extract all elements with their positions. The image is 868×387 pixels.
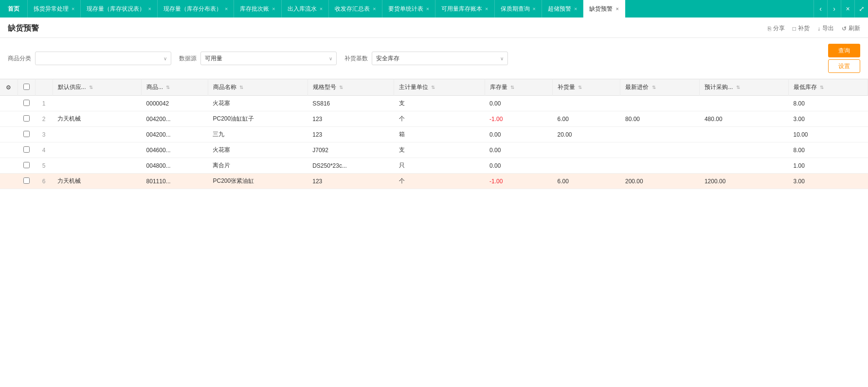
table-row: 5 004800... 离合片 DS250*23c... 只 0.00 1.00 (0, 158, 868, 174)
row-number: 1 (35, 96, 53, 111)
close-icon[interactable]: × (533, 6, 536, 12)
row-product-name: PC200油缸缸子 (208, 111, 307, 127)
tab-overstock[interactable]: 超储预警 × (542, 0, 583, 18)
close-icon[interactable]: × (485, 6, 488, 12)
sort-icon: ⇅ (431, 85, 435, 90)
row-unit: 支 (394, 96, 485, 111)
close-icon[interactable]: × (615, 6, 618, 12)
tab-home[interactable]: 首页 (0, 0, 28, 18)
share-icon: ⎘ (768, 25, 771, 32)
tab-avail[interactable]: 可用量库存账本 × (435, 0, 494, 18)
row-replenish-qty (552, 158, 620, 174)
sort-icon: ⇅ (239, 85, 243, 90)
tab-shortage[interactable]: 缺货预警 × (583, 0, 625, 18)
tab-inv2[interactable]: 现存量（库存分布表） × (158, 0, 234, 18)
replenish-button[interactable]: □ 补货 (793, 24, 810, 33)
th-spec[interactable]: 规格型号 ⇅ (307, 79, 394, 96)
row-checkbox-cell[interactable] (18, 96, 35, 111)
category-label: 商品分类 (8, 54, 31, 63)
close-icon[interactable]: × (225, 6, 228, 12)
category-select[interactable]: ∨ (35, 52, 171, 65)
replenish-base-select[interactable]: 安全库存 ∨ (372, 52, 508, 65)
close-icon[interactable]: × (272, 6, 275, 12)
chevron-down-icon: ∨ (163, 56, 167, 61)
select-all-checkbox[interactable] (23, 84, 30, 90)
row-checkbox[interactable] (23, 177, 30, 184)
row-latest-price (620, 142, 700, 158)
close-icon[interactable]: × (320, 6, 323, 12)
th-est-purchase[interactable]: 预计采购... ⇅ (700, 79, 789, 96)
row-min-stock: 8.00 (788, 142, 868, 158)
row-supplier (53, 158, 142, 174)
tab-close-all-button[interactable]: × (841, 0, 854, 18)
datasource-select-value: 可用量 (205, 54, 222, 63)
share-button[interactable]: ⎘ 分享 (768, 24, 785, 33)
tab-summary[interactable]: 收发存汇总表 × (329, 0, 382, 18)
shortage-table: ⚙ 默认供应... ⇅ 商品... ⇅ 商品名称 (0, 79, 868, 189)
category-filter-group: 商品分类 ∨ (8, 52, 171, 65)
row-latest-price: 200.00 (620, 174, 700, 189)
row-product-name: 火花塞 (208, 96, 307, 111)
th-replenish-qty[interactable]: 补货量 ⇅ (552, 79, 620, 96)
row-checkbox-cell[interactable] (18, 111, 35, 127)
filter-bar: 商品分类 ∨ 数据源 可用量 ∨ 补货基数 安全库存 ∨ 查询 设置 (0, 38, 868, 79)
row-checkbox[interactable] (23, 131, 30, 137)
th-stock[interactable]: 库存量 ⇅ (485, 79, 552, 96)
th-product-code[interactable]: 商品... ⇅ (142, 79, 208, 96)
datasource-select[interactable]: 可用量 ∨ (200, 52, 337, 65)
table-row: 2 力天机械 004200... PC200油缸缸子 123 个 -1.00 6… (0, 111, 868, 127)
tab-inv1[interactable]: 现存量（库存状况表） × (81, 0, 157, 18)
tab-flow[interactable]: 出入库流水 × (282, 0, 329, 18)
refresh-button[interactable]: ↺ 刷新 (842, 24, 860, 33)
query-button[interactable]: 查询 (828, 44, 860, 57)
row-number: 4 (35, 142, 53, 158)
row-product-code: 801110... (142, 174, 208, 189)
tab-batch[interactable]: 库存批次账 × (234, 0, 281, 18)
row-replenish-qty: 6.00 (552, 174, 620, 189)
replenish-base-filter-group: 补货基数 安全库存 ∨ (344, 52, 508, 65)
th-latest-price[interactable]: 最新进价 ⇅ (620, 79, 700, 96)
row-checkbox-cell[interactable] (18, 142, 35, 158)
th-product-name[interactable]: 商品名称 ⇅ (208, 79, 307, 96)
row-unit: 个 (394, 174, 485, 189)
th-checkbox[interactable] (18, 79, 35, 96)
close-icon[interactable]: × (148, 6, 151, 12)
row-stock: 0.00 (485, 127, 552, 142)
row-product-code: 004200... (142, 111, 208, 127)
tab-expand-button[interactable]: ⤢ (854, 0, 868, 18)
filter-button-group: 查询 设置 (828, 44, 860, 73)
tab-expiry[interactable]: 保质期查询 × (495, 0, 542, 18)
row-checkbox-cell[interactable] (18, 158, 35, 174)
sort-icon: ⇅ (510, 85, 514, 90)
row-checkbox-cell[interactable] (18, 174, 35, 189)
close-icon[interactable]: × (426, 6, 429, 12)
tab-order[interactable]: 要货单统计表 × (382, 0, 435, 18)
row-est-purchase (700, 96, 789, 111)
row-checkbox[interactable] (23, 146, 30, 153)
row-checkbox-cell[interactable] (18, 127, 35, 142)
row-spec: 123 (307, 111, 394, 127)
close-icon[interactable]: × (373, 6, 376, 12)
tab-pick[interactable]: 拣货异常处理 × (28, 0, 81, 18)
row-product-name: 三九 (208, 127, 307, 142)
close-icon[interactable]: × (72, 6, 74, 12)
th-supplier[interactable]: 默认供应... ⇅ (53, 79, 142, 96)
row-checkbox[interactable] (23, 100, 30, 106)
th-unit[interactable]: 主计量单位 ⇅ (394, 79, 485, 96)
th-unit-label: 主计量单位 (399, 84, 428, 90)
close-icon[interactable]: × (574, 6, 577, 12)
tab-next-button[interactable]: › (827, 0, 841, 18)
settings-button[interactable]: 设置 (828, 59, 860, 73)
row-est-purchase: 480.00 (700, 111, 789, 127)
row-replenish-qty (552, 96, 620, 111)
header-actions: ⎘ 分享 □ 补货 ↓ 导出 ↺ 刷新 (768, 24, 860, 33)
tab-prev-button[interactable]: ‹ (814, 0, 827, 18)
export-button[interactable]: ↓ 导出 (817, 24, 834, 33)
th-min-stock[interactable]: 最低库存 ⇅ (788, 79, 868, 96)
row-replenish-qty (552, 142, 620, 158)
row-checkbox[interactable] (23, 115, 30, 122)
row-min-stock: 10.00 (788, 127, 868, 142)
th-column-settings[interactable]: ⚙ (0, 79, 18, 96)
row-spec: DS250*23c... (307, 158, 394, 174)
row-checkbox[interactable] (23, 162, 30, 168)
